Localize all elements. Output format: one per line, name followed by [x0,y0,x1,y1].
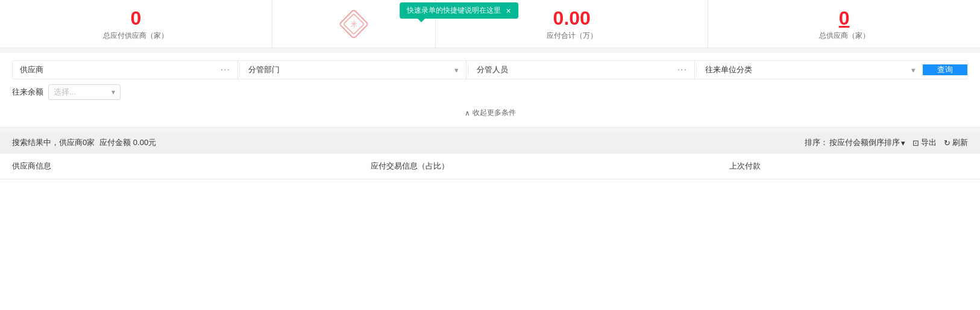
col-transaction-header: 应付交易信息（占比） [371,161,729,172]
stat-total-suppliers: 0 总供应商（家） [708,0,980,48]
diamond-logo-icon: 米 [338,8,370,40]
tooltip-text: 快速录单的快捷键说明在这里 [407,5,501,16]
tooltip-close-button[interactable]: × [506,7,510,15]
supplier-label: 供应商 [20,64,43,75]
tooltip-bubble: 快速录单的快捷键说明在这里 × [400,2,518,19]
results-actions: 排序： 按应付会额倒序排序 ▾ ⊡ 导出 ↻ 刷新 [805,137,968,148]
export-icon: ⊡ [912,138,919,147]
col-last-payment-header: 上次付款 [729,161,969,172]
supplier-dots[interactable]: ··· [221,64,230,75]
balance-arrow[interactable]: ▾ [112,88,115,96]
collapse-row: ∧ 收起更多条件 [12,102,968,122]
filter-supplier: 供应商 ··· [13,61,238,79]
filter-row-2: 往来余额 选择... ▾ [12,84,968,102]
unit-category-arrow[interactable]: ▾ [911,66,916,75]
query-button[interactable]: 查询 [923,64,967,75]
filter-department: 分管部门 ▾ [241,61,466,79]
table-header: 供应商信息 应付交易信息（占比） 上次付款 [0,153,980,179]
filter-bar: 供应商 ··· 分管部门 ▾ 分管人员 ··· 往来单位分类 ▾ [0,53,980,128]
manager-dots[interactable]: ··· [677,64,687,75]
col-supplier-header: 供应商信息 [12,161,371,172]
balance-placeholder: 选择... [54,87,112,98]
results-bar: 搜索结果中，供应商0家 应付金额 0.00元 排序： 按应付会额倒序排序 ▾ ⊡… [0,132,980,153]
sort-arrow[interactable]: ▾ [901,138,905,147]
manager-input[interactable] [513,66,675,75]
sort-label: 排序： [805,137,828,148]
manager-label: 分管人员 [477,64,508,75]
sep2 [468,64,468,76]
refresh-button[interactable]: ↻ 刷新 [944,137,968,148]
stat-payable-label: 总应付供应商（家） [103,31,168,41]
balance-label: 往来余额 [12,87,43,98]
stat-total-payable: 0 总应付供应商（家） [0,0,272,48]
collapse-icon: ∧ [465,109,470,117]
supplier-input[interactable] [48,66,218,75]
department-arrow[interactable]: ▾ [454,66,459,75]
sep1 [239,64,240,76]
stat-total-suppliers-label: 总供应商（家） [819,31,870,41]
stat-payable-value: 0 [131,7,142,29]
results-info-text: 搜索结果中，供应商0家 [12,137,95,148]
stat-total-suppliers-value[interactable]: 0 [839,7,850,29]
stat-payable-total-label: 应付合计（万） [547,31,597,41]
unit-category-label: 往来单位分类 [705,64,752,75]
balance-select[interactable]: 选择... ▾ [48,84,121,100]
results-amount-text: 应付金额 0.00元 [99,137,156,148]
svg-text:米: 米 [351,20,357,28]
unit-category-dropdown[interactable]: ▾ [757,66,916,75]
sep3 [696,64,697,76]
export-button[interactable]: ⊡ 导出 [912,137,937,148]
refresh-label: 刷新 [952,137,968,148]
results-info-area: 搜索结果中，供应商0家 应付金额 0.00元 [12,137,156,148]
table-body [0,179,980,310]
export-label: 导出 [921,137,937,148]
stats-bar: 0 总应付供应商（家） 米 快速录单的快捷键说明在这里 × 0.00 应付合计（… [0,0,980,48]
sort-select[interactable]: 排序： 按应付会额倒序排序 ▾ [805,137,905,148]
table-container: 供应商信息 应付交易信息（占比） 上次付款 [0,153,980,310]
stat-icon-block: 米 快速录单的快捷键说明在这里 × [272,0,436,48]
filter-unit-category: 往来单位分类 ▾ [698,61,923,79]
refresh-icon: ↻ [944,138,950,147]
sort-value: 按应付会额倒序排序 [829,137,900,148]
filter-row-1: 供应商 ··· 分管部门 ▾ 分管人员 ··· 往来单位分类 ▾ [12,60,968,79]
stat-payable-total-value: 0.00 [553,7,591,29]
filter-manager: 分管人员 ··· [470,61,695,79]
department-label: 分管部门 [248,64,280,75]
department-dropdown[interactable]: ▾ [284,66,459,75]
collapse-button[interactable]: ∧ 收起更多条件 [457,106,523,120]
collapse-text: 收起更多条件 [473,108,516,118]
